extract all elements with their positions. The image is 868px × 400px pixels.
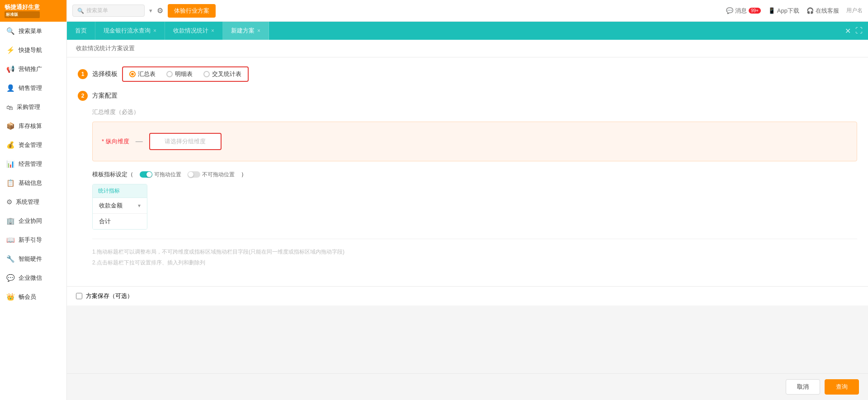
tab-1[interactable]: 现金银行流水查询× <box>95 22 165 40</box>
tab-3[interactable]: 新建方案× <box>223 22 269 40</box>
service-button[interactable]: 🎧 在线客服 <box>807 7 839 15</box>
tab-close-3[interactable]: × <box>257 28 260 34</box>
sidebar-icon-14: 👑 <box>6 293 15 301</box>
tab-label-3: 新建方案 <box>231 27 255 35</box>
sidebar-item-13[interactable]: 💬企业微信 <box>0 268 66 287</box>
radio-label-1: 明细表 <box>175 70 193 78</box>
sidebar-label-11: 新手引导 <box>19 236 42 244</box>
hint-line2: 2.点击标题栏下拉可设置排序、插入列和删除列 <box>92 257 857 268</box>
close-window-icon[interactable]: ✕ <box>845 27 851 35</box>
sidebar-icon-6: 💰 <box>6 141 15 149</box>
tab-label-1: 现金银行流水查询 <box>104 27 151 35</box>
radio-circle-1 <box>166 71 173 77</box>
sidebar-icon-9: ⚙ <box>6 198 12 206</box>
indicator-group-title: 统计指标 <box>93 184 147 198</box>
sidebar-item-12[interactable]: 🔧智能硬件 <box>0 249 66 268</box>
group-dim-select[interactable]: 请选择分组维度 <box>149 133 222 150</box>
radio-option-2[interactable]: 交叉统计表 <box>203 70 241 78</box>
tab-2[interactable]: 收款情况统计× <box>165 22 223 40</box>
indicator-item-total: 合计 <box>93 214 147 229</box>
query-button[interactable]: 查询 <box>825 379 859 395</box>
sidebar-icon-3: 👤 <box>6 84 15 92</box>
sidebar-label-10: 企业协同 <box>19 217 42 225</box>
sidebar-item-8[interactable]: 📋基础信息 <box>0 174 66 193</box>
cancel-button[interactable]: 取消 <box>786 379 820 395</box>
sidebar-item-9[interactable]: ⚙系统管理 <box>0 193 66 212</box>
template-radio-group: 汇总表明细表交叉统计表 <box>122 66 249 82</box>
download-icon: 📱 <box>768 7 775 14</box>
sidebar-label-7: 经营管理 <box>19 160 42 168</box>
tab-close-2[interactable]: × <box>211 28 214 34</box>
sidebar-item-2[interactable]: 📢营销推广 <box>0 60 66 79</box>
breadcrumb: 收款情况统计方案设置 <box>76 45 135 52</box>
topbar-dropdown-icon[interactable]: ▾ <box>149 7 152 14</box>
indicator-setting: 模板指标设定（ 可拖动位置 不可拖 <box>92 170 857 230</box>
sidebar-icon-8: 📋 <box>6 179 15 187</box>
download-label: App下载 <box>777 7 799 15</box>
gear-icon[interactable]: ⚙ <box>157 6 163 15</box>
sidebar-icon-11: 📖 <box>6 236 15 244</box>
dimension-area: * 纵向维度 — 请选择分组维度 <box>92 122 857 161</box>
sidebar-icon-0: 🔍 <box>6 27 15 35</box>
indicator-card-wrap: 统计指标 收款金额 ▾ 合计 <box>92 184 857 230</box>
sidebar-item-10[interactable]: 🏢企业协同 <box>0 212 66 231</box>
sidebar-label-0: 搜索菜单 <box>19 27 42 35</box>
draggable-toggle-dot[interactable] <box>140 171 152 178</box>
radio-circle-0 <box>129 71 136 77</box>
dim-arrow: — <box>136 137 143 146</box>
sidebar-item-11[interactable]: 📖新手引导 <box>0 231 66 249</box>
save-label: 方案保存（可选） <box>86 292 133 300</box>
solution-button[interactable]: 体验行业方案 <box>168 4 216 18</box>
tab-close-1[interactable]: × <box>153 28 156 34</box>
sidebar-item-7[interactable]: 📊经营管理 <box>0 155 66 174</box>
sidebar-item-4[interactable]: 🛍采购管理 <box>0 98 66 117</box>
sidebar-item-5[interactable]: 📦库存核算 <box>0 117 66 136</box>
radio-option-1[interactable]: 明细表 <box>166 70 193 78</box>
hint-line1: 1.拖动标题栏可以调整布局，不可跨维度或指标区域拖动栏目字段(只能在同一维度或指… <box>92 246 857 257</box>
message-button[interactable]: 💬 消息 99+ <box>726 7 761 15</box>
sidebar-icon-12: 🔧 <box>6 255 15 263</box>
indicator-total-label: 合计 <box>99 217 111 226</box>
step2-section: 2 方案配置 汇总维度（必选） * 纵向维度 — 请选择分组维度 <box>78 91 857 268</box>
dimension-row: * 纵向维度 — 请选择分组维度 <box>102 133 848 150</box>
search-icon: 🔍 <box>77 8 84 14</box>
hint-section: 1.拖动标题栏可以调整布局，不可跨维度或指标区域拖动栏目字段(只能在同一维度或指… <box>92 246 857 268</box>
service-label: 在线客服 <box>816 7 839 15</box>
sidebar: 畅捷通好生意 标准版 🔍搜索菜单⚡快捷导航📢营销推广👤销售管理🛍采购管理📦库存核… <box>0 0 67 400</box>
non-draggable-toggle-dot[interactable] <box>188 171 200 178</box>
non-draggable-label: 不可拖动位置 <box>202 171 235 179</box>
download-button[interactable]: 📱 App下载 <box>768 7 799 15</box>
step2-num: 2 <box>78 91 88 101</box>
non-draggable-toggle[interactable]: 不可拖动位置 <box>188 171 235 179</box>
step1-title: 选择模板 <box>92 70 118 78</box>
message-label: 消息 <box>735 7 747 15</box>
sidebar-item-0[interactable]: 🔍搜索菜单 <box>0 22 66 41</box>
step2-header: 2 方案配置 <box>78 91 857 101</box>
tabbar-right: ✕ ⛶ <box>840 22 868 40</box>
save-checkbox[interactable] <box>76 293 82 299</box>
save-bar: 方案保存（可选） <box>67 286 868 306</box>
search-box[interactable]: 🔍 搜索菜单 <box>72 5 145 17</box>
service-icon: 🎧 <box>807 7 814 14</box>
radio-circle-2 <box>203 71 210 77</box>
sidebar-icon-13: 💬 <box>6 274 15 282</box>
expand-icon[interactable]: ⛶ <box>855 27 863 35</box>
sidebar-label-12: 智能硬件 <box>19 255 42 263</box>
user-info: 用户名 <box>846 7 863 14</box>
sidebar-icon-1: ⚡ <box>6 46 15 54</box>
tab-0[interactable]: 首页 <box>67 22 95 40</box>
indicator-amount-label: 收款金额 <box>99 202 123 210</box>
sidebar-item-6[interactable]: 💰资金管理 <box>0 136 66 155</box>
radio-label-2: 交叉统计表 <box>212 70 241 78</box>
sidebar-item-3[interactable]: 👤销售管理 <box>0 79 66 98</box>
sidebar-item-14[interactable]: 👑畅会员 <box>0 287 66 306</box>
sidebar-item-1[interactable]: ⚡快捷导航 <box>0 41 66 60</box>
sidebar-icon-10: 🏢 <box>6 217 15 225</box>
indicator-group: 统计指标 收款金额 ▾ 合计 <box>92 184 147 230</box>
step2-title: 方案配置 <box>92 92 118 100</box>
indicator-dropdown-icon[interactable]: ▾ <box>138 202 141 209</box>
sidebar-label-2: 营销推广 <box>19 65 42 73</box>
indicator-label-row: 模板指标设定（ 可拖动位置 不可拖 <box>92 170 857 179</box>
draggable-toggle[interactable]: 可拖动位置 <box>140 171 181 179</box>
radio-option-0[interactable]: 汇总表 <box>129 70 156 78</box>
